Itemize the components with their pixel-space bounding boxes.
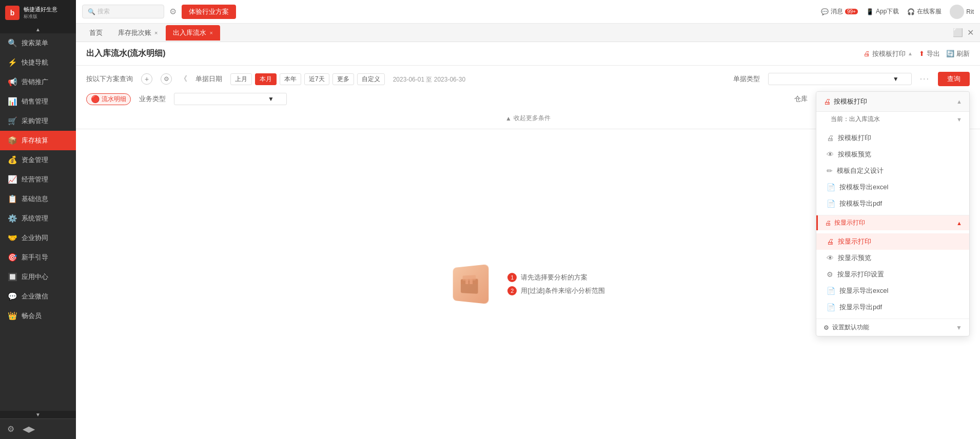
empty-content: 1 请先选择要分析的方案 2 用[过滤]条件来缩小分析范围 bbox=[451, 266, 604, 302]
sidebar-item-basics[interactable]: 📋 基础信息 bbox=[0, 189, 76, 209]
voucher-type-chevron: ▼ bbox=[893, 75, 899, 83]
sidebar-item-search[interactable]: 🔍 搜索菜单 bbox=[0, 33, 76, 53]
footer-settings-icon: ⚙ bbox=[824, 324, 829, 331]
dropdown-display-print[interactable]: 🖨 按显示打印 bbox=[816, 233, 969, 250]
app-name-block: 畅捷通好生意 标准版 bbox=[24, 6, 57, 19]
dropdown-current-section: 当前：出入库流水 ▼ bbox=[816, 112, 969, 127]
flow-detail-tag[interactable]: 🔴 流水明细 bbox=[86, 93, 131, 105]
topbar-gear-icon[interactable]: ⚙ bbox=[169, 7, 177, 16]
sidebar-item-quicknav[interactable]: ⚡ 快捷导航 bbox=[0, 53, 76, 72]
filter-add-btn[interactable]: + bbox=[141, 73, 152, 85]
tabs-right-controls: ⬜ ✕ bbox=[953, 28, 974, 37]
sidebar-item-operations[interactable]: 📈 经营管理 bbox=[0, 170, 76, 189]
sidebar-item-marketing[interactable]: 📢 营销推广 bbox=[0, 72, 76, 92]
online-service-btn[interactable]: 🎧 在线客服 bbox=[907, 7, 942, 16]
tab-inventory-batch-close[interactable]: × bbox=[154, 30, 158, 36]
page-header: 出入库流水(流水明细) 🖨 按模板打印 ▲ ⬆ 导出 🔄 刷新 bbox=[76, 42, 980, 66]
query-button[interactable]: 查询 bbox=[938, 72, 970, 86]
tab-home[interactable]: 首页 bbox=[82, 25, 110, 41]
sidebar-bottom: ⚙ ◀▶ bbox=[0, 418, 76, 439]
date-btn-last-month[interactable]: 上月 bbox=[230, 73, 252, 85]
filter-row-1: 按以下方案查询 + ⚙ 《 单据日期 上月 本月 本年 近7天 更多 自定义 2… bbox=[86, 72, 970, 86]
messages-btn[interactable]: 💬 消息 99+ bbox=[821, 7, 858, 16]
display-settings-icon: ⚙ bbox=[827, 270, 833, 278]
sidebar-item-wechat[interactable]: 💬 企业微信 bbox=[0, 287, 76, 306]
app-download-btn[interactable]: 📱 App下载 bbox=[866, 7, 899, 16]
sidebar-item-finance[interactable]: 💰 资金管理 bbox=[0, 150, 76, 170]
print-icon: 🖨 bbox=[864, 50, 870, 57]
search-box[interactable]: 🔍 搜索 bbox=[82, 5, 164, 18]
sidebar-item-purchase[interactable]: 🛒 采购管理 bbox=[0, 111, 76, 131]
display-preview-icon: 👁 bbox=[827, 254, 834, 262]
sidebar-item-apps[interactable]: 🔲 应用中心 bbox=[0, 267, 76, 287]
purchase-icon: 🛒 bbox=[7, 116, 17, 126]
empty-steps: 1 请先选择要分析的方案 2 用[过滤]条件来缩小分析范围 bbox=[507, 273, 604, 295]
step-1-num: 1 bbox=[507, 273, 517, 282]
dropdown-template-print[interactable]: 🖨 按模板打印 bbox=[816, 130, 969, 146]
refresh-btn[interactable]: 🔄 刷新 bbox=[946, 49, 970, 58]
date-btn-custom[interactable]: 自定义 bbox=[357, 73, 385, 85]
display-section-chevron[interactable]: ▲ bbox=[956, 220, 962, 226]
tab-close-icon[interactable]: ✕ bbox=[967, 28, 974, 37]
business-type-select[interactable]: ▼ bbox=[174, 93, 287, 105]
sidebar-item-collab[interactable]: 🤝 企业协同 bbox=[0, 228, 76, 248]
dropdown-template-preview[interactable]: 👁 按模板预览 bbox=[816, 146, 969, 163]
display-print-icon: 🖨 bbox=[827, 237, 834, 246]
dropdown-footer[interactable]: ⚙ 设置默认功能 ▼ bbox=[816, 319, 969, 336]
date-btn-more[interactable]: 更多 bbox=[332, 73, 354, 85]
date-label: 单据日期 bbox=[195, 74, 222, 84]
filter-settings-btn[interactable]: ⚙ bbox=[161, 73, 172, 85]
sidebar-scroll-down[interactable]: ▼ bbox=[35, 412, 41, 417]
voucher-type-select[interactable]: ▼ bbox=[768, 73, 912, 85]
sidebar-item-guide[interactable]: 🎯 新手引导 bbox=[0, 248, 76, 267]
user-avatar-btn[interactable]: Rit bbox=[950, 5, 974, 19]
sidebar-item-system[interactable]: ⚙️ 系统管理 bbox=[0, 209, 76, 228]
template-pdf-icon: 📄 bbox=[827, 199, 835, 208]
filter-collapse-btn[interactable]: 《 bbox=[180, 74, 187, 84]
dropdown-display-export-pdf[interactable]: 📄 按显示导出pdf bbox=[816, 299, 969, 315]
tab-inventory-flow[interactable]: 出入库流水 × bbox=[166, 25, 220, 41]
display-section-icon: 🖨 bbox=[825, 220, 831, 227]
sidebar-scroll-up[interactable]: ▲ bbox=[35, 27, 41, 32]
app-logo-icon: b bbox=[5, 6, 19, 20]
date-range-display: 2023-06-01 至 2023-06-30 bbox=[393, 75, 465, 84]
collapse-icon: ▲ bbox=[505, 115, 512, 122]
template-print-icon: 🖨 bbox=[827, 134, 834, 142]
messages-badge: 99+ bbox=[845, 9, 858, 14]
dropdown-display-export-excel[interactable]: 📄 按显示导出excel bbox=[816, 283, 969, 299]
settings-bottom-icon[interactable]: ⚙ bbox=[7, 424, 14, 434]
tab-inventory-flow-close[interactable]: × bbox=[209, 30, 212, 36]
sidebar: b 畅捷通好生意 标准版 ▲ 🔍 搜索菜单 ⚡ 快捷导航 📢 营销推广 📊 销售… bbox=[0, 0, 76, 439]
tab-restore-icon[interactable]: ⬜ bbox=[953, 28, 963, 37]
refresh-icon: 🔄 bbox=[946, 50, 954, 57]
phone-icon: 📱 bbox=[866, 8, 874, 15]
content-area: 出入库流水(流水明细) 🖨 按模板打印 ▲ ⬆ 导出 🔄 刷新 bbox=[76, 42, 980, 439]
dropdown-display-preview[interactable]: 👁 按显示预览 bbox=[816, 250, 969, 266]
dropdown-collapse-chevron[interactable]: ▲ bbox=[956, 98, 962, 105]
date-btn-7days[interactable]: 近7天 bbox=[304, 73, 329, 85]
dropdown-template-custom[interactable]: ✏ 模板自定义设计 bbox=[816, 163, 969, 179]
industry-btn[interactable]: 体验行业方案 bbox=[182, 5, 236, 19]
dropdown-template-export-pdf[interactable]: 📄 按模板导出pdf bbox=[816, 195, 969, 212]
sidebar-item-vip[interactable]: 👑 畅会员 bbox=[0, 306, 76, 326]
tab-inventory-batch[interactable]: 库存批次账 × bbox=[111, 25, 165, 41]
dropdown-display-print-settings[interactable]: ⚙ 按显示打印设置 bbox=[816, 266, 969, 283]
collapse-more-btn[interactable]: ▲ 收起更多条件 bbox=[505, 114, 551, 123]
date-btn-this-month[interactable]: 本月 bbox=[255, 73, 277, 85]
dropdown-template-export-excel[interactable]: 📄 按模板导出excel bbox=[816, 179, 969, 195]
current-section-chevron: ▼ bbox=[956, 116, 962, 123]
main-area: 🔍 搜索 ⚙ 体验行业方案 💬 消息 99+ 📱 App下载 🎧 在线客服 Ri… bbox=[76, 0, 980, 439]
date-btn-this-year[interactable]: 本年 bbox=[280, 73, 301, 85]
sidebar-item-inventory[interactable]: 📦 库存核算 bbox=[0, 131, 76, 150]
quicknav-icon: ⚡ bbox=[7, 58, 17, 67]
search-icon: 🔍 bbox=[7, 38, 17, 48]
empty-step-2: 2 用[过滤]条件来缩小分析范围 bbox=[507, 286, 604, 295]
print-template-btn[interactable]: 🖨 按模板打印 ▲ bbox=[864, 49, 913, 58]
more-options-btn[interactable]: ··· bbox=[920, 74, 930, 84]
print-dropdown-panel: 🖨 按模板打印 ▲ 当前：出入库流水 ▼ 🖨 按模板打印 👁 按模板预览 bbox=[816, 91, 970, 336]
export-btn[interactable]: ⬆ 导出 bbox=[919, 49, 940, 58]
sidebar-item-sales[interactable]: 📊 销售管理 bbox=[0, 92, 76, 111]
collapse-sidebar-icon[interactable]: ◀▶ bbox=[23, 424, 35, 434]
topbar: 🔍 搜索 ⚙ 体验行业方案 💬 消息 99+ 📱 App下载 🎧 在线客服 Ri… bbox=[76, 0, 980, 24]
collab-icon: 🤝 bbox=[7, 233, 17, 243]
